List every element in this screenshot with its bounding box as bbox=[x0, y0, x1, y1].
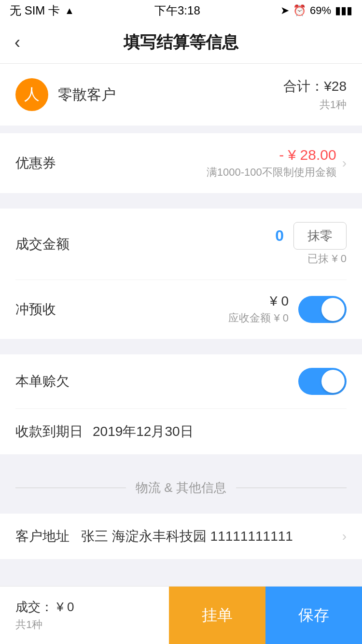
logistics-title: 物流 & 其他信息 bbox=[136, 479, 226, 496]
save-button[interactable]: 保存 bbox=[265, 587, 362, 644]
due-date-row: 收款到期日 2019年12月30日 bbox=[15, 408, 347, 454]
bottom-deal-label: 成交： bbox=[15, 600, 53, 614]
carrier-text: 无 SIM 卡 bbox=[10, 3, 60, 18]
status-left: 无 SIM 卡 ▲ bbox=[10, 3, 74, 18]
customer-section: 人 零散客户 合计：¥28 共1种 bbox=[0, 64, 362, 126]
debt-section: 本单赊欠 收款到期日 2019年12月30日 bbox=[0, 354, 362, 454]
due-date-label: 收款到期日 bbox=[15, 422, 83, 441]
pre-receive-amounts: ¥ 0 应收金额 ¥ 0 bbox=[228, 294, 289, 325]
total-count: 共1种 bbox=[283, 98, 347, 112]
address-value: 张三 海淀永丰科技园 11111111111 bbox=[81, 527, 334, 546]
deal-amount-value-area: 抹零 已抹 ¥ 0 bbox=[81, 222, 347, 266]
address-label: 客户地址 bbox=[15, 527, 73, 546]
debt-toggle[interactable] bbox=[298, 368, 347, 395]
battery-icon: ▮▮▮ bbox=[335, 4, 352, 17]
customer-avatar: 人 bbox=[15, 78, 48, 111]
pre-receive-sub-amount: 应收金额 ¥ 0 bbox=[228, 311, 289, 325]
alarm-icon: ⏰ bbox=[293, 4, 306, 17]
bottom-bar: 成交： ¥ 0 共1种 挂单 保存 bbox=[0, 586, 362, 644]
battery-text: 69% bbox=[310, 4, 331, 17]
wifi-icon: ▲ bbox=[65, 5, 74, 16]
address-chevron-icon: › bbox=[342, 529, 347, 544]
bottom-deal-amount: 成交： ¥ 0 bbox=[15, 599, 153, 616]
deal-amount-label: 成交金额 bbox=[15, 235, 73, 253]
back-button[interactable]: ‹ bbox=[14, 32, 20, 53]
due-date-value: 2019年12月30日 bbox=[93, 422, 194, 441]
pre-receive-row: 冲预收 ¥ 0 应收金额 ¥ 0 bbox=[15, 280, 347, 339]
deal-amount-input[interactable] bbox=[81, 227, 284, 245]
coupon-label: 优惠券 bbox=[15, 154, 56, 172]
round-off-button[interactable]: 抹零 bbox=[293, 222, 347, 250]
nav-title: 填写结算等信息 bbox=[124, 31, 238, 54]
address-section: 客户地址 张三 海淀永丰科技园 11111111111 › bbox=[0, 514, 362, 559]
nav-bar: ‹ 填写结算等信息 bbox=[0, 21, 362, 64]
pre-receive-label: 冲预收 bbox=[15, 300, 56, 319]
pre-receive-toggle[interactable] bbox=[298, 296, 347, 323]
location-icon: ➤ bbox=[280, 4, 289, 17]
pre-receive-main-amount: ¥ 0 bbox=[228, 294, 289, 309]
customer-name: 零散客户 bbox=[58, 85, 116, 105]
bottom-info: 成交： ¥ 0 共1种 bbox=[0, 599, 169, 632]
separator-3 bbox=[0, 462, 362, 470]
coupon-right: - ¥ 28.00 满1000-100不限制使用金额 › bbox=[207, 147, 347, 180]
coupon-description: 满1000-100不限制使用金额 bbox=[207, 165, 336, 180]
customer-total: 合计：¥28 共1种 bbox=[283, 77, 347, 112]
content: 人 零散客户 合计：¥28 共1种 优惠券 - ¥ 28.00 满1000-10… bbox=[0, 64, 362, 625]
chevron-right-icon: › bbox=[342, 155, 347, 171]
debt-label: 本单赊欠 bbox=[15, 372, 70, 391]
deal-amount-row: 成交金额 抹零 已抹 ¥ 0 bbox=[15, 209, 347, 280]
logistics-line-right bbox=[236, 488, 347, 488]
coupon-info: - ¥ 28.00 满1000-100不限制使用金额 bbox=[207, 147, 336, 180]
coupon-section[interactable]: 优惠券 - ¥ 28.00 满1000-100不限制使用金额 › bbox=[0, 133, 362, 193]
coupon-discount: - ¥ 28.00 bbox=[207, 147, 336, 163]
already-deducted-text: 已抹 ¥ 0 bbox=[307, 252, 347, 266]
total-amount: 合计：¥28 bbox=[283, 77, 347, 96]
pending-order-button[interactable]: 挂单 bbox=[169, 587, 265, 644]
debt-toggle-knob bbox=[321, 370, 345, 393]
separator-1 bbox=[0, 201, 362, 209]
status-right: ➤ ⏰ 69% ▮▮▮ bbox=[280, 4, 352, 17]
bottom-deal-value: ¥ 0 bbox=[56, 600, 74, 614]
logistics-header: 物流 & 其他信息 bbox=[0, 470, 362, 506]
deal-amount-input-area: 抹零 bbox=[81, 222, 347, 250]
logistics-line-left bbox=[15, 488, 126, 488]
status-time: 下午3:18 bbox=[154, 3, 200, 18]
pre-receive-right: ¥ 0 应收金额 ¥ 0 bbox=[228, 294, 347, 325]
address-row[interactable]: 客户地址 张三 海淀永丰科技园 11111111111 › bbox=[15, 514, 347, 559]
toggle-knob bbox=[321, 298, 345, 321]
logistics-section: 物流 & 其他信息 bbox=[0, 470, 362, 506]
customer-left: 人 零散客户 bbox=[15, 78, 116, 111]
bottom-deal-count: 共1种 bbox=[15, 617, 153, 632]
separator-2 bbox=[0, 347, 362, 354]
status-bar: 无 SIM 卡 ▲ 下午3:18 ➤ ⏰ 69% ▮▮▮ bbox=[0, 0, 362, 21]
deal-form-section: 成交金额 抹零 已抹 ¥ 0 冲预收 ¥ 0 应收金额 ¥ 0 bbox=[0, 209, 362, 339]
debt-row: 本单赊欠 bbox=[15, 354, 347, 408]
